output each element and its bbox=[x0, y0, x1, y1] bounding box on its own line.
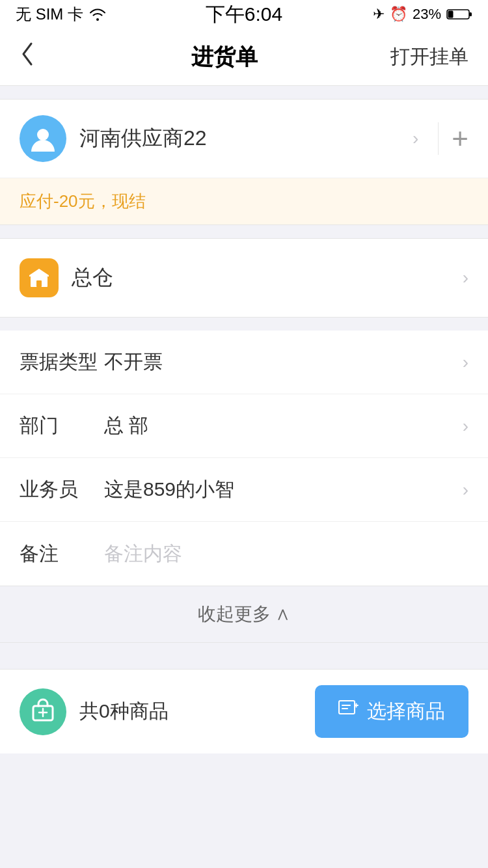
department-row[interactable]: 部门 总 部 › bbox=[0, 394, 488, 458]
invoice-type-label: 票据类型 bbox=[20, 349, 104, 375]
warehouse-chevron-icon: › bbox=[463, 267, 468, 288]
department-value: 总 部 bbox=[104, 413, 463, 439]
svg-rect-7 bbox=[339, 701, 355, 714]
remark-placeholder[interactable]: 备注内容 bbox=[104, 541, 468, 567]
form-section: 票据类型 不开票 › 部门 总 部 › 业务员 这是859的小智 › 备注 备注… bbox=[0, 331, 488, 586]
svg-rect-1 bbox=[469, 12, 472, 16]
warehouse-section: 总仓 › bbox=[0, 238, 488, 318]
page: 无 SIM 卡 下午6:04 ✈ ⏰ 23% 进货单 打开挂 bbox=[0, 0, 488, 868]
svg-point-3 bbox=[37, 129, 49, 141]
gap-3 bbox=[0, 318, 488, 331]
svg-rect-2 bbox=[448, 11, 454, 18]
invoice-type-value: 不开票 bbox=[104, 349, 463, 375]
remark-label: 备注 bbox=[20, 541, 104, 567]
add-button[interactable]: + bbox=[438, 122, 468, 155]
salesperson-chevron-icon: › bbox=[463, 480, 468, 500]
remark-row[interactable]: 备注 备注内容 bbox=[0, 522, 488, 586]
department-label: 部门 bbox=[20, 413, 104, 439]
warehouse-row[interactable]: 总仓 › bbox=[0, 239, 488, 317]
alarm-icon: ⏰ bbox=[390, 6, 407, 23]
supplier-avatar bbox=[20, 115, 66, 162]
supplier-row[interactable]: 河南供应商22 › + bbox=[0, 100, 488, 178]
open-pending-button[interactable]: 打开挂单 bbox=[390, 44, 468, 70]
warehouse-name: 总仓 bbox=[72, 264, 463, 292]
salesperson-row[interactable]: 业务员 这是859的小智 › bbox=[0, 458, 488, 522]
back-button[interactable] bbox=[20, 41, 59, 73]
gap-1 bbox=[0, 86, 488, 99]
salesperson-label: 业务员 bbox=[20, 476, 104, 503]
supplier-name: 河南供应商22 bbox=[79, 124, 413, 153]
notice-bar: 应付-20元，现结 bbox=[0, 178, 488, 224]
location-icon: ✈ bbox=[373, 6, 385, 23]
notice-text: 应付-20元，现结 bbox=[20, 191, 146, 211]
supplier-chevron-icon: › bbox=[413, 128, 418, 149]
warehouse-icon bbox=[20, 258, 59, 297]
bottom-bar: 共0种商品 选择商品 bbox=[0, 669, 488, 753]
department-chevron-icon: › bbox=[463, 416, 468, 437]
status-bar-left: 无 SIM 卡 bbox=[16, 4, 107, 25]
battery-label: 23% bbox=[413, 6, 441, 23]
invoice-type-chevron-icon: › bbox=[463, 352, 468, 373]
gap-2 bbox=[0, 225, 488, 238]
carrier-label: 无 SIM 卡 bbox=[16, 4, 83, 25]
nav-bar: 进货单 打开挂单 bbox=[0, 29, 488, 86]
salesperson-value: 这是859的小智 bbox=[104, 476, 463, 503]
collapse-button[interactable]: 收起更多 ∧ bbox=[0, 586, 488, 643]
battery-icon bbox=[446, 8, 472, 21]
time-label: 下午6:04 bbox=[206, 1, 282, 28]
svg-rect-5 bbox=[36, 280, 42, 287]
select-product-label: 选择商品 bbox=[367, 698, 445, 725]
status-bar-right: ✈ ⏰ 23% bbox=[373, 6, 472, 23]
gap-4 bbox=[0, 643, 488, 656]
supplier-section: 河南供应商22 › + 应付-20元，现结 bbox=[0, 99, 488, 225]
product-count: 共0种商品 bbox=[79, 698, 315, 725]
select-product-icon bbox=[338, 700, 359, 723]
collapse-label: 收起更多 ∧ bbox=[198, 602, 291, 627]
select-product-button[interactable]: 选择商品 bbox=[315, 685, 468, 738]
page-title: 进货单 bbox=[59, 42, 390, 72]
invoice-type-row[interactable]: 票据类型 不开票 › bbox=[0, 331, 488, 394]
product-icon bbox=[20, 688, 66, 735]
wifi-icon bbox=[88, 8, 107, 21]
status-bar: 无 SIM 卡 下午6:04 ✈ ⏰ 23% bbox=[0, 0, 488, 29]
